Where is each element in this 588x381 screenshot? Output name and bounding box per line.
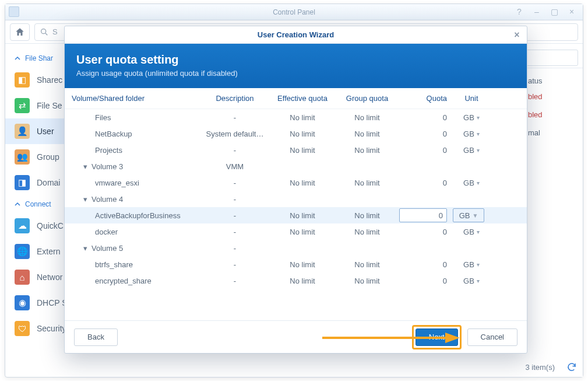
close-icon[interactable]: × (563, 4, 580, 19)
expand-icon[interactable]: ▾ (82, 163, 88, 169)
sidebar-icon: ☁ (15, 218, 30, 233)
minimize-icon[interactable]: – (528, 4, 545, 19)
column-header-unit[interactable]: Unit (453, 94, 490, 103)
unit-cell[interactable]: GB ▾ (453, 260, 490, 269)
unit-cell[interactable]: GB ▾ (453, 228, 490, 236)
group-quota-cell: No limit (335, 277, 399, 285)
sidebar-icon: ⌂ (15, 270, 30, 285)
quota-cell: 0 (443, 146, 447, 155)
expand-icon[interactable]: ▾ (82, 245, 88, 251)
shared-folder-row[interactable]: ActiveBackupforBusiness-No limitNo limit… (65, 207, 527, 223)
quota-cell: 0 (443, 277, 447, 285)
folder-name: encrypted_share (95, 277, 152, 285)
unit-cell[interactable]: GB ▾ (453, 146, 490, 155)
column-header-volume[interactable]: Volume/Shared folder (72, 94, 200, 103)
expand-icon[interactable]: ▾ (82, 196, 88, 202)
sidebar-item-label: DHCP S (37, 298, 68, 307)
description-cell: - (200, 244, 270, 253)
description-cell: - (200, 195, 270, 204)
column-header-quota[interactable]: Quota (399, 94, 453, 103)
folder-name: ActiveBackupforBusiness (95, 211, 181, 220)
group-quota-cell: No limit (335, 228, 399, 236)
shared-folder-row[interactable]: Projects-No limitNo limit0GB ▾ (65, 142, 527, 158)
sidebar-item-label: Extern (37, 247, 60, 256)
column-header-effective[interactable]: Effective quota (270, 94, 335, 103)
group-quota-cell: No limit (335, 130, 399, 138)
chevron-down-icon: ▼ (472, 212, 478, 219)
modal-close-button[interactable]: × (510, 29, 523, 41)
sidebar-item-label: Group (37, 152, 59, 162)
home-button[interactable] (10, 23, 30, 41)
volume-row[interactable]: ▾Volume 5- (65, 240, 527, 256)
shared-folder-row[interactable]: encrypted_share-No limitNo limit0GB ▾ (65, 272, 527, 289)
sidebar-icon: 👤 (15, 124, 30, 139)
unit-select[interactable]: GB ▼ (453, 208, 484, 222)
description-cell: - (200, 211, 270, 220)
column-header-description[interactable]: Description (200, 94, 270, 103)
sidebar-item-label: Security (37, 324, 66, 333)
quota-cell: 0 (443, 260, 447, 269)
modal-title: User Creation Wizard (258, 30, 334, 39)
shared-folder-row[interactable]: NetBackupSystem default…No limitNo limit… (65, 125, 527, 142)
chevron-up-icon (15, 55, 20, 61)
modal-subheading: Assign usage quota (unlimited quota if d… (76, 69, 515, 78)
shared-folder-row[interactable]: Files-No limitNo limit0GB ▾ (65, 109, 527, 125)
quota-cell: 0 (443, 228, 447, 236)
back-button[interactable]: Back (74, 328, 118, 346)
shared-folder-row[interactable]: btrfs_share-No limitNo limit0GB ▾ (65, 256, 527, 272)
quota-table-body[interactable]: Files-No limitNo limit0GB ▾NetBackupSyst… (65, 109, 527, 291)
quota-table-header: Volume/Shared folder Description Effecti… (65, 88, 527, 109)
cancel-button[interactable]: Cancel (467, 328, 517, 346)
description-cell: - (200, 260, 270, 269)
content-footer: 3 item(s) (525, 362, 577, 372)
sidebar-icon: 🛡 (15, 321, 30, 336)
unit-cell[interactable]: GB ▾ (453, 179, 490, 187)
sidebar-item-label: QuickC (37, 221, 64, 230)
sidebar-item-label: File Se (37, 101, 62, 110)
description-cell: - (200, 228, 270, 236)
window-controls: ? – ▢ × (510, 4, 580, 19)
description-cell: - (200, 277, 270, 285)
sidebar-item-label: Domai (37, 178, 60, 187)
next-button[interactable]: Next (416, 328, 458, 346)
next-button-highlight: Next (412, 325, 462, 349)
status-cell: mal (524, 124, 578, 142)
unit-cell[interactable]: GB ▾ (453, 113, 490, 122)
description-cell: - (200, 179, 270, 187)
effective-quota-cell: No limit (270, 146, 335, 155)
status-column: atus bled bled mal (524, 74, 578, 142)
quota-input[interactable] (399, 208, 447, 222)
help-icon[interactable]: ? (510, 4, 528, 19)
volume-name: Volume 4 (91, 195, 123, 204)
modal-footer: Back Next Cancel (65, 320, 527, 353)
app-icon (9, 6, 19, 17)
volume-row[interactable]: ▾Volume 3VMM (65, 158, 527, 174)
maximize-icon[interactable]: ▢ (545, 4, 563, 19)
effective-quota-cell: No limit (270, 211, 335, 220)
sidebar-item-label: Networ (37, 272, 62, 282)
home-icon (15, 27, 25, 37)
filter-input[interactable] (520, 50, 578, 66)
effective-quota-cell: No limit (270, 228, 335, 236)
modal-titlebar: User Creation Wizard × (65, 26, 527, 44)
volume-name: Volume 5 (91, 244, 123, 253)
sidebar-icon: 🌐 (15, 244, 30, 259)
description-cell: - (200, 113, 270, 122)
unit-cell[interactable]: GB ▾ (453, 277, 490, 285)
modal-body: Volume/Shared folder Description Effecti… (65, 88, 527, 320)
chevron-down-icon: ▾ (477, 114, 480, 121)
column-header-group[interactable]: Group quota (335, 94, 399, 103)
modal-header: User quota setting Assign usage quota (u… (65, 44, 527, 88)
volume-row[interactable]: ▾Volume 4- (65, 191, 527, 207)
unit-cell[interactable]: GB ▾ (453, 130, 490, 138)
search-icon (40, 27, 49, 37)
shared-folder-row[interactable]: vmware_esxi-No limitNo limit0GB ▾ (65, 174, 527, 191)
shared-folder-row[interactable]: docker-No limitNo limit0GB ▾ (65, 223, 527, 240)
folder-name: btrfs_share (95, 260, 133, 269)
group-quota-cell: No limit (335, 179, 399, 187)
sidebar-icon: ◉ (15, 295, 30, 310)
chevron-down-icon: ▾ (477, 147, 480, 153)
titlebar-app-icons (9, 6, 19, 17)
refresh-icon[interactable] (566, 362, 577, 372)
folder-name: NetBackup (95, 130, 132, 138)
